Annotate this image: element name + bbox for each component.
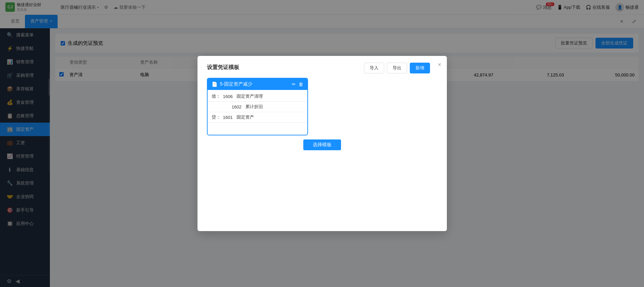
account-code-2: 1602 <box>232 104 245 109</box>
import-button[interactable]: 导入 <box>364 63 384 73</box>
modal-overlay[interactable]: 设置凭证模板 × 导入 导出 新增 📄 5-固定资产减少 ✏ 🗑 借： <box>0 0 644 287</box>
template-card: 📄 5-固定资产减少 ✏ 🗑 借： 1606 固定资产清理 1602 累计折旧 <box>207 78 308 135</box>
new-template-button[interactable]: 新增 <box>410 63 430 73</box>
account-name-2: 累计折旧 <box>245 104 263 110</box>
delete-template-icon[interactable]: 🗑 <box>299 82 303 87</box>
modal-close-button[interactable]: × <box>438 61 441 68</box>
account-name-3: 固定资产 <box>237 114 254 120</box>
template-entry-1: 借： 1606 固定资产清理 <box>208 91 307 102</box>
edit-template-icon[interactable]: ✏ <box>292 82 296 87</box>
template-doc-icon: 📄 <box>212 82 217 87</box>
template-entry-3: 贷： 1601 固定资产 <box>208 112 307 123</box>
template-entry-4 <box>208 123 307 133</box>
direction-label-3: 贷： <box>212 114 222 120</box>
account-code-3: 1601 <box>223 115 237 120</box>
template-card-header: 📄 5-固定资产减少 ✏ 🗑 <box>208 78 307 90</box>
select-template-button[interactable]: 选择模板 <box>303 139 341 150</box>
template-entry-2: 1602 累计折旧 <box>208 102 307 112</box>
template-name: 5-固定资产减少 <box>220 81 252 87</box>
account-name-1: 固定资产清理 <box>237 93 263 99</box>
export-button[interactable]: 导出 <box>387 63 407 73</box>
direction-label-1: 借： <box>212 93 222 99</box>
modal-toolbar: 导入 导出 新增 <box>364 63 430 73</box>
template-header-actions: ✏ 🗑 <box>292 82 303 87</box>
voucher-template-modal: 设置凭证模板 × 导入 导出 新增 📄 5-固定资产减少 ✏ 🗑 借： <box>197 56 447 231</box>
template-card-body: 借： 1606 固定资产清理 1602 累计折旧 贷： 1601 固定资产 <box>208 90 307 135</box>
account-code-1: 1606 <box>223 94 237 99</box>
template-footer: 选择模板 <box>207 135 437 154</box>
